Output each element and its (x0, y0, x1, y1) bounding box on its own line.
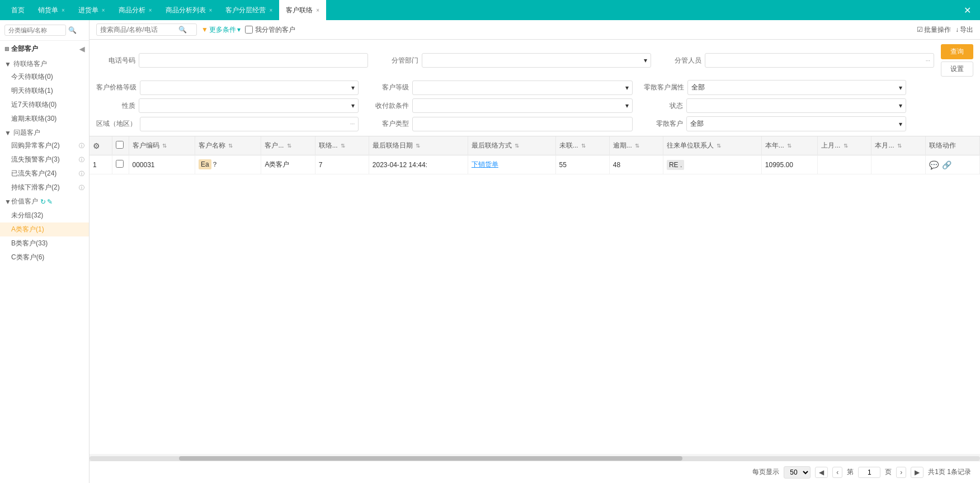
price-level-select[interactable]: ▾ (140, 80, 359, 95)
sort-last-method-icon[interactable]: ⇅ (515, 143, 519, 149)
scrollbar-thumb[interactable] (179, 456, 682, 461)
sidebar-item-class-c[interactable]: C类客户(6) (0, 250, 89, 264)
cell-this-month (871, 155, 925, 174)
horizontal-scrollbar[interactable] (89, 454, 980, 461)
sidebar-search-input[interactable] (4, 25, 66, 36)
window-close-button[interactable]: ✕ (959, 5, 976, 16)
gear-settings-icon[interactable]: ⚙ (93, 141, 100, 150)
sort-this-month-icon[interactable]: ⇅ (897, 143, 902, 149)
nav-tab-sales[interactable]: 销货单 × (31, 0, 72, 20)
problem-customers-section: ▼ 问题客户 (0, 126, 89, 139)
nav-tab-purchase[interactable]: 进货单 × (72, 0, 112, 20)
waiting-contact-section: ▼ 待联络客户 (0, 57, 89, 70)
select-all-checkbox[interactable] (116, 141, 124, 149)
customer-level-select[interactable]: ▾ (412, 80, 632, 95)
chat-icon[interactable]: 💬 (929, 160, 939, 169)
arrow-down-icon: ▼ (4, 60, 11, 68)
sidebar-item-lost-pre[interactable]: 流失预警客户(3) ⓘ (0, 153, 89, 167)
retail-attr-select[interactable]: 全部 ▾ (687, 80, 906, 95)
th-overdue-label: 逾期... (613, 141, 632, 149)
person-input[interactable]: ··· (705, 53, 934, 68)
sidebar-search-icon[interactable]: 🔍 (68, 26, 77, 34)
cell-index: 1 (89, 155, 112, 174)
dept-select[interactable]: ▾ (422, 53, 651, 68)
page-size-select[interactable]: 50 (784, 466, 811, 479)
nav-tab-customer-contact[interactable]: 客户联络 × (279, 0, 326, 20)
grid-icon: ⊞ (4, 46, 9, 52)
refresh-icon[interactable]: ↻ (40, 198, 46, 206)
page-input[interactable] (858, 467, 880, 478)
close-product-list-tab-icon[interactable]: × (209, 7, 213, 13)
nav-tab-product-list[interactable]: 商品分析列表 × (159, 0, 219, 20)
cell-name: Ea？ (195, 155, 261, 174)
phone-input[interactable] (139, 53, 368, 68)
th-this-month: 本月... ⇅ (871, 136, 925, 155)
more-filters-button[interactable]: ▼ 更多条件 ▾ (201, 25, 241, 35)
sidebar-item-class-b[interactable]: B类客户(33) (0, 236, 89, 250)
last-method-link[interactable]: 下销货单 (472, 160, 498, 168)
sidebar-item-week[interactable]: 近7天待联络(0) (0, 98, 89, 112)
payment-select[interactable]: ▾ (412, 98, 632, 113)
th-this-year-label: 本年... (765, 141, 784, 149)
collapse-icon[interactable]: ◀ (79, 45, 84, 53)
sidebar-item-overdue[interactable]: 逾期未联络(30) (0, 112, 89, 126)
customer-type-label: 客户类型 (370, 119, 409, 129)
adv-filter-row-2: 客户价格等级 ▾ 客户等级 ▾ 零散客户属性 全部 (96, 80, 973, 95)
customer-type-input[interactable] (412, 117, 632, 131)
first-page-button[interactable]: ◀ (815, 467, 828, 478)
prev-page-button[interactable]: ‹ (832, 467, 842, 478)
next-page-button[interactable]: › (896, 467, 906, 478)
sidebar-item-repeat-buy[interactable]: 回购异常客户(2) ⓘ (0, 139, 89, 153)
sidebar-item-unclassified[interactable]: 未分组(32) (0, 209, 89, 222)
sidebar-item-keep[interactable]: 持续下滑客户(2) ⓘ (0, 181, 89, 195)
th-category: 客户... ⇅ (261, 136, 315, 155)
row-checkbox[interactable] (116, 160, 124, 168)
cell-uncontacted: 55 (555, 155, 609, 174)
query-button[interactable]: 查询 (941, 44, 973, 59)
search-input[interactable] (100, 26, 178, 34)
nav-home[interactable]: 首页 (4, 0, 31, 20)
sort-uncontacted-icon[interactable]: ⇅ (581, 143, 586, 149)
close-customer-contact-tab-icon[interactable]: × (316, 7, 319, 13)
sidebar-item-tomorrow[interactable]: 明天待联络(1) (0, 84, 89, 98)
sort-overdue-icon[interactable]: ⇅ (635, 143, 639, 149)
search-icon[interactable]: 🔍 (178, 26, 187, 34)
nav-tab-customer-segment[interactable]: 客户分层经营 × (219, 0, 279, 20)
sort-last-date-icon[interactable]: ⇅ (416, 143, 420, 149)
sidebar-item-lost[interactable]: 已流失客户(24) ⓘ (0, 167, 89, 181)
close-product-analysis-tab-icon[interactable]: × (149, 7, 152, 13)
th-last-month: 上月... ⇅ (818, 136, 871, 155)
waiting-contact-label: 待联络客户 (13, 59, 47, 69)
all-customers-header[interactable]: ⊞ 全部客户 ◀ (0, 41, 89, 57)
dept-dropdown-arrow-icon: ▾ (644, 56, 647, 64)
sidebar-item-class-a[interactable]: A类客户(1) (0, 222, 89, 236)
cell-actions: 💬 🔗 (925, 155, 979, 174)
sort-contacts-icon[interactable]: ⇅ (341, 143, 345, 149)
status-select[interactable]: ▾ (686, 98, 906, 113)
sidebar-item-today[interactable]: 今天待联络(0) (0, 70, 89, 84)
close-sales-tab-icon[interactable]: × (62, 7, 65, 13)
sort-last-month-icon[interactable]: ⇅ (844, 143, 848, 149)
retail-customer-select[interactable]: 全部 ▾ (686, 116, 906, 131)
batch-ops-button[interactable]: ☑ 批量操作 (917, 25, 951, 35)
customer-table: ⚙ 客户编码 ⇅ 客户名称 ⇅ (89, 136, 980, 174)
nature-select[interactable]: ▾ (139, 98, 359, 113)
my-customers-checkbox[interactable] (245, 26, 253, 34)
sort-name-icon[interactable]: ⇅ (228, 143, 233, 149)
th-contacts-label: 联络... (319, 141, 338, 149)
settings-button[interactable]: 设置 (941, 61, 973, 77)
link-icon[interactable]: 🔗 (942, 160, 951, 169)
sort-code-icon[interactable]: ⇅ (162, 143, 167, 149)
sidebar-search-area: 🔍 (0, 20, 89, 41)
nav-tab-product-analysis[interactable]: 商品分析 × (112, 0, 159, 20)
cell-code: 000031 (129, 155, 195, 174)
sort-category-icon[interactable]: ⇅ (287, 143, 291, 149)
export-button[interactable]: ↓ 导出 (955, 25, 973, 35)
sort-company-contact-icon[interactable]: ⇅ (717, 143, 721, 149)
sort-this-year-icon[interactable]: ⇅ (787, 143, 791, 149)
last-page-button[interactable]: ▶ (911, 467, 924, 478)
edit-icon[interactable]: ✎ (47, 198, 53, 206)
region-input[interactable]: ··· (140, 117, 359, 131)
close-customer-segment-tab-icon[interactable]: × (269, 7, 272, 13)
close-purchase-tab-icon[interactable]: × (102, 7, 105, 13)
